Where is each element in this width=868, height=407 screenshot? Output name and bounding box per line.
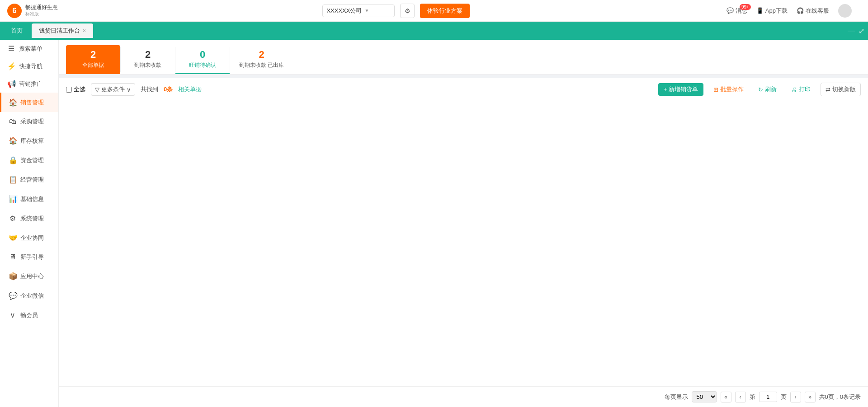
online-service-action[interactable]: 🎧 在线客服: [797, 7, 829, 15]
sidebar-item-sales[interactable]: 🏠 销售管理: [0, 93, 58, 112]
minimize-icon[interactable]: —: [848, 27, 855, 35]
select-all-checkbox[interactable]: [66, 87, 72, 93]
guide-icon: 🖥: [9, 253, 17, 261]
logo-area: 6 畅捷通好生意 标准版: [7, 4, 66, 18]
switch-icon: ⇄: [826, 86, 830, 93]
search-icon: ☰: [7, 44, 15, 53]
top-header: 6 畅捷通好生意 标准版 XXXXXX公司 ▼ ⚙ 体验行业方案 💬 消息 99…: [0, 0, 868, 22]
switch-label: 切换新版: [832, 85, 856, 94]
more-filter-label: 更多条件: [101, 85, 125, 94]
stat-tab-all[interactable]: 2 全部单据: [66, 45, 120, 74]
batch-label: 批量操作: [720, 85, 744, 94]
app-download-action[interactable]: 📱 App下载: [756, 7, 788, 15]
toolbar: 全选 ▽ 更多条件 ∨ 共找到 0条 相关单据 + 新增销货单 ⊞ 批量操作: [59, 78, 868, 101]
home-tab-label: 首页: [11, 27, 23, 35]
sidebar-item-search[interactable]: ☰ 搜索菜单: [0, 40, 58, 57]
select-all-checkbox-label[interactable]: 全选: [66, 85, 85, 94]
more-filter-btn[interactable]: ▽ 更多条件 ∨: [91, 83, 135, 96]
page-label: 第: [750, 393, 755, 401]
per-page-select[interactable]: 50 20 100: [692, 391, 717, 402]
company-name: XXXXXX公司: [326, 7, 362, 15]
sidebar-item-marketing[interactable]: 📢 营销推广: [0, 75, 58, 93]
corpwechat-icon: 💬: [9, 291, 17, 300]
overdue-out-label: 到期未收款 已出库: [239, 61, 284, 69]
sidebar-item-operations[interactable]: 📋 经营管理: [0, 170, 58, 189]
industry-btn[interactable]: 体验行业方案: [420, 4, 470, 18]
sidebar-fund-label: 资金管理: [20, 156, 44, 164]
company-selector[interactable]: XXXXXX公司 ▼: [322, 5, 395, 17]
sidebar-system-label: 系统管理: [20, 215, 44, 223]
avatar[interactable]: [838, 4, 852, 18]
overdue-num: 2: [130, 49, 166, 61]
logo-badge: 标准版: [25, 11, 58, 17]
sidebar-corpwechat-label: 企业微信: [20, 292, 44, 300]
refresh-btn[interactable]: ↻ 刷新: [754, 83, 781, 96]
first-page-btn[interactable]: «: [721, 392, 731, 402]
pagination: 每页显示 50 20 100 « ‹ 第 页 › » 共0页，0条记录: [59, 386, 868, 407]
sidebar-item-fund[interactable]: 🔒 资金管理: [0, 150, 58, 170]
switch-version-btn[interactable]: ⇄ 切换新版: [821, 83, 861, 96]
tab-home[interactable]: 首页: [4, 23, 30, 38]
all-orders-num: 2: [75, 49, 111, 61]
batch-op-btn[interactable]: ⊞ 批量操作: [709, 83, 748, 96]
sidebar-quicknav-label: 快捷导航: [19, 62, 42, 70]
found-suffix[interactable]: 相关单据: [178, 85, 202, 94]
basic-icon: 📊: [9, 195, 17, 203]
sidebar-item-purchase[interactable]: 🛍 采购管理: [0, 112, 58, 131]
member-icon: ∨: [9, 311, 17, 319]
stats-tabs: 2 全部单据 2 到期未收款 0 旺铺待确认 2 到期未收款 已出库: [59, 40, 868, 75]
toolbar-left: 全选 ▽ 更多条件 ∨ 共找到 0条 相关单据: [66, 83, 202, 96]
sidebar-item-inventory[interactable]: 🏠 库存核算: [0, 131, 58, 150]
messages-action[interactable]: 💬 消息 99+: [726, 7, 747, 15]
sidebar-item-guide[interactable]: 🖥 新手引导: [0, 248, 58, 267]
purchase-icon: 🛍: [9, 117, 17, 126]
sidebar-item-quicknav[interactable]: ⚡ 快捷导航: [0, 57, 58, 75]
sidebar-purchase-label: 采购管理: [20, 117, 44, 126]
operations-icon: 📋: [9, 175, 17, 184]
stat-tab-overdue[interactable]: 2 到期未收款: [121, 45, 175, 74]
sidebar-item-appcenter[interactable]: 📦 应用中心: [0, 267, 58, 286]
stat-tab-pending[interactable]: 0 旺铺待确认: [175, 45, 230, 74]
sidebar-item-member[interactable]: ∨ 畅会员: [0, 305, 58, 325]
stat-tab-overdue-out[interactable]: 2 到期未收款 已出库: [230, 45, 293, 74]
print-label: 打印: [799, 85, 811, 94]
empty-state: [59, 101, 868, 282]
app-icon: 📱: [756, 7, 764, 14]
page-input[interactable]: [759, 392, 777, 402]
sidebar-item-system[interactable]: ⚙ 系统管理: [0, 209, 58, 228]
prev-page-btn[interactable]: ‹: [735, 392, 746, 402]
sidebar-inventory-label: 库存核算: [20, 137, 44, 145]
maximize-icon[interactable]: ⤢: [859, 27, 864, 35]
sidebar-marketing-label: 营销推广: [19, 80, 42, 88]
sidebar-item-basic[interactable]: 📊 基础信息: [0, 189, 58, 209]
per-page-label: 每页显示: [665, 393, 688, 401]
last-page-btn[interactable]: »: [805, 392, 816, 402]
toolbar-right: + 新增销货单 ⊞ 批量操作 ↻ 刷新 🖨 打印 ⇄: [658, 83, 861, 96]
sidebar-search-label: 搜索菜单: [19, 45, 42, 53]
refresh-label: 刷新: [765, 85, 777, 94]
add-sales-order-btn[interactable]: + 新增销货单: [658, 83, 703, 96]
sidebar-item-enterprise[interactable]: 🤝 企业协同: [0, 228, 58, 248]
sidebar-enterprise-label: 企业协同: [20, 234, 44, 242]
appcenter-icon: 📦: [9, 272, 17, 281]
overdue-out-num: 2: [239, 49, 284, 61]
sidebar: ☰ 搜索菜单 ⚡ 快捷导航 📢 营销推广 🏠 销售管理 🛍 采购管理 🏠 库存核…: [0, 40, 59, 407]
content-wrapper: 2 全部单据 2 到期未收款 0 旺铺待确认 2 到期未收款 已出库: [59, 40, 868, 407]
content-area: 2 全部单据 2 到期未收款 0 旺铺待确认 2 到期未收款 已出库: [59, 40, 868, 407]
sidebar-member-label: 畅会员: [20, 311, 38, 319]
all-orders-label: 全部单据: [75, 61, 111, 69]
system-icon: ⚙: [9, 214, 17, 223]
tab-cash-daily[interactable]: 钱货日清工作台 ×: [32, 23, 93, 38]
logo-text: 畅捷通好生意: [25, 4, 58, 11]
next-page-btn[interactable]: ›: [790, 392, 801, 402]
tab-close-icon[interactable]: ×: [83, 28, 86, 34]
print-icon: 🖨: [791, 86, 797, 93]
batch-icon: ⊞: [713, 86, 718, 93]
cash-daily-tab-label: 钱货日清工作台: [39, 27, 80, 35]
marketing-icon: 📢: [7, 80, 15, 88]
settings-button[interactable]: ⚙: [400, 4, 415, 18]
sidebar-guide-label: 新手引导: [20, 253, 44, 261]
sidebar-item-corpwechat[interactable]: 💬 企业微信: [0, 286, 58, 305]
print-btn[interactable]: 🖨 打印: [787, 83, 815, 96]
overdue-label: 到期未收款: [130, 61, 166, 69]
